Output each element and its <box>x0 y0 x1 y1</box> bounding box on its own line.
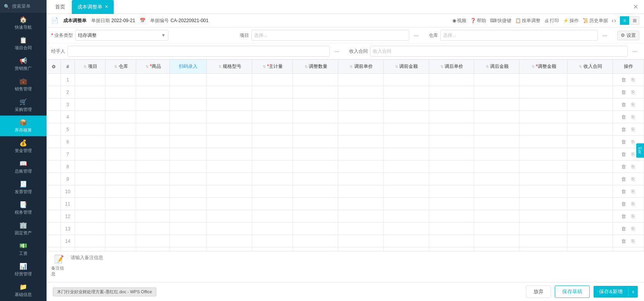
save-new-arrow-icon[interactable]: ∨ <box>628 287 638 297</box>
row-cell[interactable] <box>207 185 252 198</box>
row-cell[interactable] <box>252 235 293 247</box>
row-cell[interactable] <box>474 198 519 210</box>
row-cell[interactable] <box>106 210 136 223</box>
row-cell[interactable] <box>207 161 252 173</box>
row-cell[interactable] <box>293 123 338 136</box>
row-cell[interactable] <box>75 86 106 99</box>
tab-close-icon[interactable]: ✕ <box>105 4 108 9</box>
row-cell[interactable] <box>207 136 252 148</box>
row-cell[interactable] <box>136 247 170 251</box>
row-cell[interactable] <box>106 247 136 251</box>
row-cell[interactable] <box>170 99 207 111</box>
row-cell[interactable] <box>106 123 136 136</box>
row-cell[interactable] <box>338 136 384 148</box>
row-cell[interactable] <box>252 198 293 210</box>
row-cell[interactable] <box>293 247 338 251</box>
notes-input[interactable] <box>71 254 639 278</box>
row-cell[interactable] <box>383 161 429 173</box>
toolbar-action-view[interactable]: ◉ 视频 <box>452 17 466 24</box>
row-cell[interactable] <box>207 247 252 251</box>
row-cell[interactable] <box>338 99 384 111</box>
row-cell[interactable] <box>207 198 252 210</box>
row-cell[interactable] <box>338 111 384 123</box>
row-cell[interactable] <box>170 148 207 161</box>
row-cell[interactable] <box>338 247 384 251</box>
row-cell[interactable] <box>252 74 293 86</box>
row-cell[interactable] <box>75 210 106 223</box>
row-copy-icon[interactable]: ⎘ <box>629 138 637 146</box>
row-cell[interactable] <box>293 86 338 99</box>
project-dots-btn[interactable]: ··· <box>412 32 421 38</box>
calendar-icon[interactable]: 📅 <box>140 18 145 23</box>
toolbar-action-batch[interactable]: 📋 按单调整 <box>515 17 540 24</box>
row-cell[interactable] <box>519 223 568 235</box>
row-cell[interactable] <box>474 161 519 173</box>
row-cell[interactable] <box>170 123 207 136</box>
row-cell[interactable] <box>519 111 568 123</box>
col-scan[interactable]: 扫码录入 <box>170 60 207 74</box>
row-cell[interactable] <box>429 198 474 210</box>
row-cell[interactable] <box>170 247 207 251</box>
row-cell[interactable] <box>75 148 106 161</box>
toolbar-action-operation[interactable]: ⚡ 操作 <box>563 17 579 24</box>
project-field[interactable]: 选择... <box>251 30 409 41</box>
warehouse-field[interactable]: 选择... <box>440 30 598 41</box>
row-cell[interactable] <box>136 99 170 111</box>
row-cell[interactable] <box>207 148 252 161</box>
row-cell[interactable] <box>293 99 338 111</box>
row-cell[interactable] <box>75 223 106 235</box>
row-cell[interactable] <box>106 173 136 185</box>
row-cell[interactable] <box>429 185 474 198</box>
row-cell[interactable] <box>136 198 170 210</box>
row-cell[interactable] <box>136 123 170 136</box>
row-cell[interactable] <box>293 235 338 247</box>
row-cell[interactable] <box>519 235 568 247</box>
row-cell[interactable] <box>568 86 613 99</box>
row-cell[interactable] <box>383 136 429 148</box>
row-cell[interactable] <box>75 74 106 86</box>
row-cell[interactable] <box>207 111 252 123</box>
row-cell[interactable] <box>293 210 338 223</box>
row-cell[interactable] <box>170 86 207 99</box>
row-cell[interactable] <box>207 123 252 136</box>
row-cell[interactable] <box>429 99 474 111</box>
row-cell[interactable] <box>106 235 136 247</box>
row-cell[interactable] <box>338 74 384 86</box>
sidebar-item-quick-nav[interactable]: 🏠 快速导航 <box>0 13 47 33</box>
sidebar-item-tax[interactable]: 📑 税务管理 <box>0 198 47 218</box>
row-cell[interactable] <box>136 136 170 148</box>
toolbar-action-print[interactable]: 🖨 打印 <box>544 17 559 24</box>
row-cell[interactable] <box>568 223 613 235</box>
row-cell[interactable] <box>429 210 474 223</box>
row-cell[interactable] <box>252 210 293 223</box>
row-cell[interactable] <box>252 148 293 161</box>
row-cell[interactable] <box>207 223 252 235</box>
row-cell[interactable] <box>252 161 293 173</box>
row-cell[interactable] <box>106 111 136 123</box>
row-delete-icon[interactable]: 🗑 <box>620 126 628 133</box>
row-cell[interactable] <box>519 210 568 223</box>
row-cell[interactable] <box>106 136 136 148</box>
row-cell[interactable] <box>568 136 613 148</box>
row-cell[interactable] <box>338 185 384 198</box>
row-cell[interactable] <box>383 111 429 123</box>
tab-home[interactable]: 首页 <box>50 0 71 14</box>
row-cell[interactable] <box>106 223 136 235</box>
row-cell[interactable] <box>519 136 568 148</box>
row-cell[interactable] <box>519 161 568 173</box>
row-cell[interactable] <box>170 198 207 210</box>
row-cell[interactable] <box>252 99 293 111</box>
row-cell[interactable] <box>338 235 384 247</box>
row-copy-icon[interactable]: ⎘ <box>629 163 637 171</box>
row-cell[interactable] <box>106 198 136 210</box>
row-cell[interactable] <box>136 161 170 173</box>
row-cell[interactable] <box>383 247 429 251</box>
row-copy-icon[interactable]: ⎘ <box>629 188 637 195</box>
row-cell[interactable] <box>568 123 613 136</box>
row-cell[interactable] <box>383 198 429 210</box>
row-cell[interactable] <box>106 74 136 86</box>
row-cell[interactable] <box>429 86 474 99</box>
side-tag[interactable]: Ear <box>636 143 644 157</box>
row-cell[interactable] <box>207 173 252 185</box>
row-cell[interactable] <box>106 148 136 161</box>
